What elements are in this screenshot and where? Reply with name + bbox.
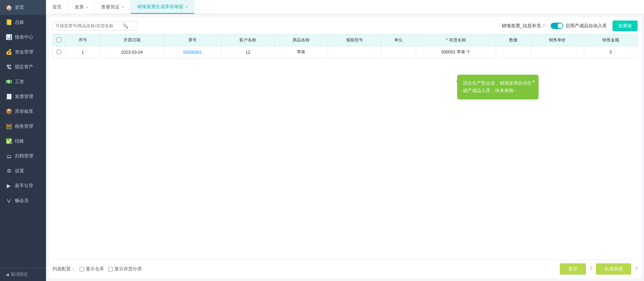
tab-home[interactable]: 首页: [46, 0, 68, 14]
sidebar-item-label: 设置: [15, 168, 24, 174]
header-seq: 序号: [65, 34, 100, 46]
tab-home-label: 首页: [52, 4, 62, 10]
sidebar-item-label: 资金管理: [15, 49, 33, 55]
show-warehouse-checkbox[interactable]: [80, 267, 84, 271]
sidebar-item-home[interactable]: 🏠 首页: [0, 0, 46, 15]
sidebar-item-inventory[interactable]: 📦 库存核算: [0, 104, 46, 119]
search-icon: 🔍: [123, 23, 128, 29]
toggle-label: 启用产成品自动入库: [565, 23, 607, 29]
settings-icon: ⚙: [6, 168, 12, 174]
save-help-icon[interactable]: ?: [590, 266, 592, 272]
sidebar-item-label: 固定资产: [15, 64, 33, 70]
sidebar-unpin[interactable]: ◀ 取消固定: [0, 268, 46, 281]
row-seq: 1: [65, 46, 100, 58]
search-box[interactable]: 🔍: [52, 22, 137, 30]
sidebar-item-label: 报表中心: [15, 34, 33, 40]
header-inventory: * 存货名称: [416, 34, 496, 46]
tab-active-close[interactable]: ×: [185, 5, 188, 9]
tab-voucher-close[interactable]: ×: [122, 5, 124, 9]
sidebar-item-guide[interactable]: ▶ 新手引导: [0, 178, 46, 193]
member-icon: V: [6, 198, 12, 204]
sidebar-item-member[interactable]: V 畅会员: [0, 193, 46, 208]
sidebar-item-assets[interactable]: 🏗 固定资产: [0, 59, 46, 74]
info-help-icon[interactable]: ?: [542, 23, 545, 29]
bottom-bar: 列表配置： 显示仓库 显示存货分类 暂存 ? 生成单据 ?: [52, 259, 638, 275]
header-amount: 销售金额: [584, 34, 638, 46]
sidebar-item-invoice-mgmt[interactable]: 🧾 发票管理: [0, 89, 46, 104]
row-unit: [381, 46, 416, 58]
toggle-area: 启用产成品自动入库: [551, 23, 607, 29]
row-qty: [496, 46, 531, 58]
salary-icon: 💵: [6, 79, 12, 85]
show-warehouse-label[interactable]: 显示仓库: [80, 266, 104, 272]
ticket-link[interactable]: 00000001: [183, 50, 202, 55]
list-config: 列表配置： 显示仓库 显示存货分类: [52, 266, 142, 272]
info-label: 销项发票_信息补充 ?: [502, 23, 545, 29]
main-area: 首页 发票 × 查看凭证 × 销项发票生成库存单据 × 🔍 销项发票_信息补充 …: [46, 0, 644, 281]
btn-actions: 暂存 ? 生成单据 ?: [560, 263, 638, 275]
config-label: 列表配置：: [52, 266, 75, 272]
sidebar-item-label: 归档管理: [15, 153, 33, 159]
sidebar-item-label: 畅会员: [15, 197, 29, 204]
unpin-icon: ◀: [6, 272, 9, 277]
funds-icon: 💰: [6, 49, 12, 55]
invoice-mgmt-icon: 🧾: [6, 93, 12, 100]
row-inventory: 000001 苹果 个: [416, 46, 496, 58]
show-category-label[interactable]: 显示存货分类: [108, 266, 142, 272]
tooltip-close[interactable]: ×: [532, 78, 535, 85]
sidebar-item-salary[interactable]: 💵 工资: [0, 74, 46, 89]
sidebar-item-label: 结账: [15, 138, 24, 144]
sidebar-item-label: 发票管理: [15, 93, 33, 100]
row-product: 苹果: [275, 46, 328, 58]
tab-invoice-label: 发票: [75, 4, 84, 10]
row-customer: 12: [221, 46, 275, 58]
sidebar-item-settings[interactable]: ⚙ 设置: [0, 164, 46, 178]
tooltip-overlay: × 适合生产型企业，销项发票自动生成产成品入库，快来体验~: [457, 75, 539, 99]
header-unit-price: 销售单价: [531, 34, 584, 46]
generate-help-icon[interactable]: ?: [635, 266, 638, 272]
header-ticket-no: 票号: [164, 34, 221, 46]
sidebar-item-label: 首页: [15, 4, 24, 11]
toolbar-right: 销项发票_信息补充 ? 启用产成品自动入库 批量输: [502, 21, 638, 31]
save-button[interactable]: 暂存: [560, 263, 586, 275]
select-all-checkbox[interactable]: [57, 38, 61, 42]
sidebar-item-checkout[interactable]: ✅ 结账: [0, 134, 46, 149]
info-label-text: 销项发票_信息补充: [502, 23, 541, 29]
row-checkbox[interactable]: [53, 46, 65, 58]
row-date: 2023-03-04: [100, 46, 164, 58]
row-select-checkbox[interactable]: [57, 50, 61, 54]
tax-icon: 🧮: [6, 123, 12, 130]
sidebar-item-label: 工资: [15, 79, 24, 85]
tab-invoice-close[interactable]: ×: [86, 5, 88, 9]
sidebar-item-archive[interactable]: 🗂 归档管理: [0, 149, 46, 164]
sidebar-item-label: 库存核算: [15, 108, 33, 115]
tab-voucher[interactable]: 查看凭证 ×: [95, 0, 131, 14]
tab-invoice[interactable]: 发票 ×: [68, 0, 95, 14]
auto-warehouse-toggle[interactable]: [551, 23, 563, 29]
search-input[interactable]: [56, 23, 123, 28]
row-spec: [328, 46, 381, 58]
guide-icon: ▶: [6, 183, 12, 189]
show-category-text: 显示存货分类: [114, 266, 142, 272]
header-product: 商品名称: [275, 34, 328, 46]
sidebar: 🏠 首页 📒 总账 📊 报表中心 💰 资金管理 🏗 固定资产 💵 工资 🧾 发票…: [0, 0, 46, 281]
show-category-checkbox[interactable]: [108, 267, 113, 271]
header-date: 开票日期: [100, 34, 164, 46]
header-checkbox[interactable]: [53, 34, 65, 46]
content-area: 🔍 销项发票_信息补充 ? 启用产成品自动入库 批量输: [49, 17, 641, 278]
row-ticket-no[interactable]: 00000001: [164, 46, 221, 58]
header-spec: 规格型号: [328, 34, 381, 46]
ledger-icon: 📒: [6, 19, 12, 25]
tab-active[interactable]: 销项发票生成库存单据 ×: [131, 0, 194, 14]
show-warehouse-text: 显示仓库: [86, 266, 104, 272]
sidebar-item-ledger[interactable]: 📒 总账: [0, 15, 46, 30]
sidebar-item-tax[interactable]: 🧮 税务管理: [0, 119, 46, 134]
batch-button[interactable]: 批量输: [613, 21, 638, 31]
row-amount: 5: [584, 46, 638, 58]
table-row: 1 2023-03-04 00000001 12 苹果 000001 苹果 个: [53, 46, 638, 58]
sidebar-item-reports[interactable]: 📊 报表中心: [0, 30, 46, 45]
header-unit: 单位: [381, 34, 416, 46]
sidebar-item-funds[interactable]: 💰 资金管理: [0, 45, 46, 59]
generate-button[interactable]: 生成单据: [596, 263, 631, 275]
home-icon: 🏠: [6, 4, 12, 11]
